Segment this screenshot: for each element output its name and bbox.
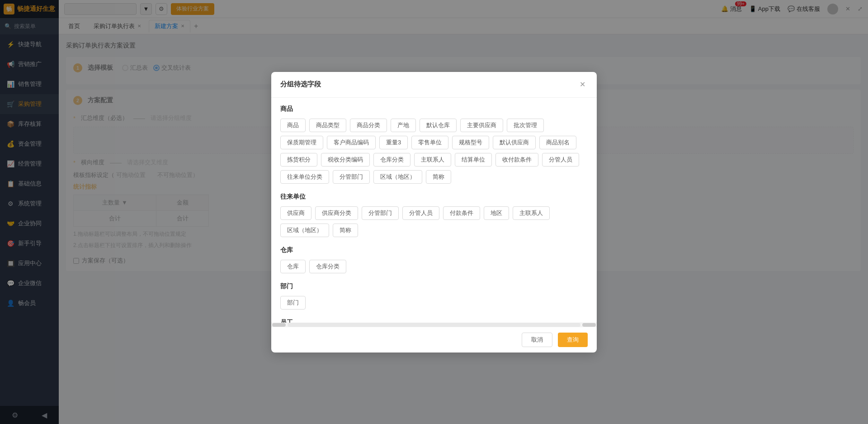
modal-overlay: 分组待选字段 ✕ 商品 商品 商品类型 商品分类 产地 默认仓库 主要供应商 批… (0, 0, 868, 424)
field-tag[interactable]: 收付款条件 (495, 153, 538, 167)
field-tag[interactable]: 主要供应商 (460, 119, 503, 132)
field-tag[interactable]: 商品别名 (539, 136, 576, 149)
field-tag[interactable]: 拣货积分 (280, 153, 317, 167)
field-tag[interactable]: 重量3 (379, 136, 408, 149)
section-goods-title: 商品 (280, 105, 588, 113)
field-tag[interactable]: 供应商分类 (315, 206, 358, 220)
section-goods-tags: 商品 商品类型 商品分类 产地 默认仓库 主要供应商 批次管理 保质期管理 客户… (280, 119, 588, 184)
section-employee-title: 员工 (280, 319, 588, 323)
section-warehouse: 仓库 仓库 仓库分类 (280, 246, 588, 273)
section-warehouse-tags: 仓库 仓库分类 (280, 260, 588, 273)
hscroll-right-indicator (582, 323, 596, 327)
field-tag[interactable]: 往来单位分类 (280, 170, 329, 184)
field-tag[interactable]: 保质期管理 (280, 136, 323, 149)
section-department-title: 部门 (280, 282, 588, 291)
field-tag[interactable]: 主联系人 (414, 153, 451, 167)
field-tag[interactable]: 默认仓库 (420, 119, 457, 132)
field-tag[interactable]: 简称 (426, 170, 451, 184)
hscroll-track (288, 323, 580, 327)
section-department-tags: 部门 (280, 296, 588, 310)
field-tag[interactable]: 简称 (333, 224, 358, 237)
field-select-modal: 分组待选字段 ✕ 商品 商品 商品类型 商品分类 产地 默认仓库 主要供应商 批… (271, 72, 597, 353)
field-tag[interactable]: 主联系人 (513, 206, 550, 220)
cancel-button[interactable]: 取消 (522, 333, 552, 347)
field-tag[interactable]: 仓库 (280, 260, 306, 273)
modal-close-btn[interactable]: ✕ (577, 79, 588, 90)
field-tag[interactable]: 区域（地区） (373, 170, 422, 184)
field-tag[interactable]: 仓库分类 (373, 153, 410, 167)
field-tag[interactable]: 商品 (280, 119, 306, 132)
field-tag[interactable]: 零售单位 (411, 136, 448, 149)
field-tag[interactable]: 分管人员 (542, 153, 579, 167)
field-tag[interactable]: 默认供应商 (493, 136, 536, 149)
field-tag[interactable]: 商品分类 (350, 119, 387, 132)
field-tag[interactable]: 税收分类编码 (321, 153, 370, 167)
field-tag[interactable]: 结算单位 (455, 153, 492, 167)
field-tag[interactable]: 商品类型 (309, 119, 346, 132)
modal-horizontal-scrollbar[interactable] (271, 323, 597, 327)
modal-title: 分组待选字段 (280, 80, 321, 89)
section-partner: 往来单位 供应商 供应商分类 分管部门 分管人员 付款条件 地区 主联系人 区域… (280, 193, 588, 237)
field-tag[interactable]: 分管部门 (333, 170, 370, 184)
confirm-button[interactable]: 查询 (558, 333, 588, 347)
field-tag[interactable]: 客户商品编码 (327, 136, 376, 149)
field-tag[interactable]: 分管部门 (362, 206, 399, 220)
section-partner-title: 往来单位 (280, 193, 588, 201)
modal-footer: 取消 查询 (271, 327, 597, 353)
section-goods: 商品 商品 商品类型 商品分类 产地 默认仓库 主要供应商 批次管理 保质期管理… (280, 105, 588, 184)
section-warehouse-title: 仓库 (280, 246, 588, 254)
field-tag[interactable]: 产地 (391, 119, 416, 132)
section-employee: 员工 业务员 (280, 319, 588, 323)
field-tag[interactable]: 区域（地区） (280, 224, 329, 237)
field-tag[interactable]: 仓库分类 (309, 260, 346, 273)
field-tag[interactable]: 地区 (484, 206, 509, 220)
section-partner-tags: 供应商 供应商分类 分管部门 分管人员 付款条件 地区 主联系人 区域（地区） … (280, 206, 588, 237)
modal-body[interactable]: 商品 商品 商品类型 商品分类 产地 默认仓库 主要供应商 批次管理 保质期管理… (271, 98, 597, 323)
field-tag[interactable]: 供应商 (280, 206, 311, 220)
hscroll-left-indicator (272, 323, 286, 327)
field-tag[interactable]: 分管人员 (402, 206, 439, 220)
field-tag[interactable]: 批次管理 (507, 119, 544, 132)
field-tag[interactable]: 规格型号 (452, 136, 489, 149)
field-tag[interactable]: 部门 (280, 296, 306, 310)
field-tag[interactable]: 付款条件 (443, 206, 480, 220)
modal-header: 分组待选字段 ✕ (271, 72, 597, 98)
section-department: 部门 部门 (280, 282, 588, 310)
